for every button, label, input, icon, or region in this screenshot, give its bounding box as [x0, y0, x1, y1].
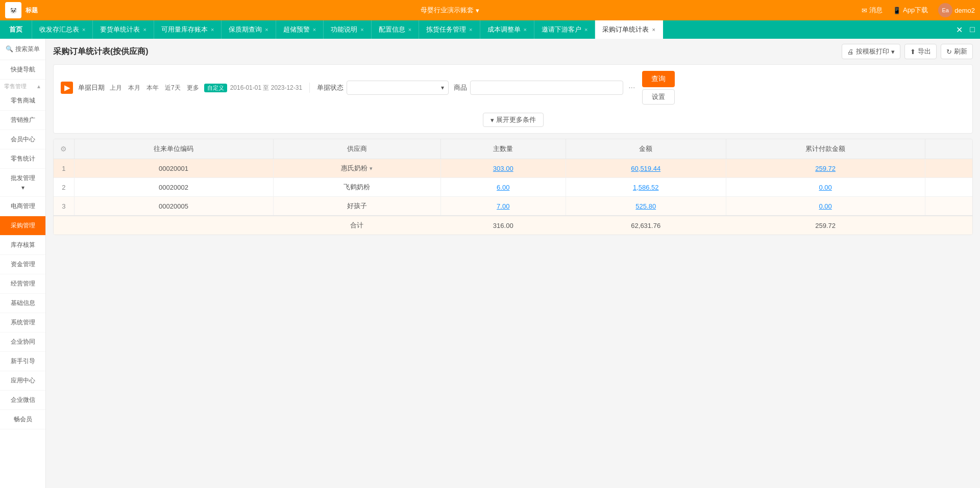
date-preset-this-month[interactable]: 本月 [126, 83, 142, 93]
sidebar-item-retail-stats[interactable]: 零售统计 [0, 149, 45, 169]
user-profile[interactable]: Ea demo2 [938, 3, 975, 17]
date-preset-links: 上月 本月 本年 近7天 更多 [108, 83, 201, 93]
message-action[interactable]: ✉ 消息 [862, 6, 883, 15]
date-preset-last-month[interactable]: 上月 [108, 83, 124, 93]
column-settings-icon[interactable]: ⚙ [60, 145, 67, 153]
close-icon[interactable]: × [408, 27, 411, 33]
filter-panel: ▶ 单据日期 上月 本月 本年 近7天 更多 自定义 2016-01-01 至 … [53, 64, 973, 134]
sidebar: 🔍 搜索菜单 快捷导航 零售管理 ▲ 零售商城 营销推广 会员中心 零售统计 批… [0, 39, 46, 488]
row-number: 1 [54, 159, 74, 178]
logo-area: 🐼 标题 [5, 2, 38, 18]
data-table-container: ⚙ 往来单位编码 供应商 主数量 金额 [53, 139, 973, 235]
table-row[interactable]: 1 00020001 惠氏奶粉 ▾ 303.00 60,519.44 259.7… [54, 159, 972, 178]
tab-chaochu[interactable]: 超储预警 × [276, 20, 324, 39]
goods-input[interactable] [470, 81, 623, 95]
sidebar-search-area: 🔍 搜索菜单 [0, 39, 45, 60]
filter-toggle-button[interactable]: ▶ [61, 82, 73, 94]
qty-column-header: 主数量 [440, 139, 566, 159]
close-icon[interactable]: × [211, 27, 214, 33]
tab-home[interactable]: 首页 [0, 20, 32, 39]
more-conditions-row: ▾ 展开更多条件 [61, 109, 965, 127]
search-menu-button[interactable]: 🔍 搜索菜单 [3, 43, 42, 56]
app-download-icon: 📱 [893, 7, 901, 14]
code-column-header: 往来单位编码 [74, 139, 273, 159]
row-paid: 0.00 [726, 178, 925, 197]
print-button[interactable]: 🖨 按模板打印 ▾ [842, 44, 900, 59]
footer-empty [54, 216, 74, 235]
account-dropdown[interactable]: 母婴行业演示账套 ▾ [421, 6, 479, 15]
tab-yaoqing[interactable]: 邀请下游客户 × [534, 20, 595, 39]
sidebar-item-finance[interactable]: 资金管理 [0, 255, 45, 274]
sidebar-item-management[interactable]: 经营管理 [0, 274, 45, 294]
expand-conditions-button[interactable]: ▾ 展开更多条件 [483, 113, 544, 127]
maximize-button[interactable]: □ [967, 23, 978, 36]
close-icon[interactable]: × [524, 27, 527, 33]
close-icon[interactable]: × [652, 27, 655, 33]
avatar: Ea [938, 3, 952, 17]
row-qty: 303.00 [440, 159, 566, 178]
date-preset-7days[interactable]: 近7天 [163, 83, 183, 93]
tab-keyongliang[interactable]: 可用量库存账本 × [154, 20, 222, 39]
table-row[interactable]: 3 00020005 好孩子 7.00 525.80 0.00 [54, 197, 972, 216]
sidebar-item-quick-nav[interactable]: 快捷导航 [0, 60, 45, 80]
app-download-action[interactable]: 📱 App下载 [893, 6, 928, 15]
query-button[interactable]: 查询 [642, 71, 675, 87]
sidebar-item-basic-info[interactable]: 基础信息 [0, 294, 45, 313]
refresh-icon: ↻ [946, 48, 952, 56]
more-options-icon[interactable]: ··· [626, 83, 637, 93]
tab-peizhi[interactable]: 配置信息 × [372, 20, 419, 39]
close-icon[interactable]: × [313, 27, 316, 33]
tab-shoufacun[interactable]: 收发存汇总表 × [32, 20, 93, 39]
table-header-row: ⚙ 往来单位编码 供应商 主数量 金额 [54, 139, 972, 159]
close-icon[interactable]: × [143, 27, 146, 33]
sidebar-item-app-center[interactable]: 应用中心 [0, 371, 45, 391]
row-code: 00020002 [74, 178, 273, 197]
logo-text: 标题 [26, 6, 38, 15]
status-select[interactable]: ▾ [347, 81, 449, 95]
close-icon[interactable]: × [265, 27, 268, 33]
sidebar-item-marketing[interactable]: 营销推广 [0, 111, 45, 130]
sidebar-item-enterprise[interactable]: 企业协同 [0, 332, 45, 352]
sidebar-item-wholesale[interactable]: 批发管理 ▾ [0, 169, 45, 197]
row-number: 2 [54, 178, 74, 197]
status-filter-label: 单据状态 [317, 83, 344, 92]
top-right-actions: ✉ 消息 📱 App下载 Ea demo2 [862, 3, 975, 17]
close-icon[interactable]: × [360, 27, 363, 33]
tab-gongneng[interactable]: 功能说明 × [324, 20, 371, 39]
date-preset-this-year[interactable]: 本年 [144, 83, 161, 93]
tab-jianhuo[interactable]: 拣货任务管理 × [419, 20, 480, 39]
close-icon[interactable]: × [82, 27, 85, 33]
sidebar-item-newbie[interactable]: 新手引导 [0, 352, 45, 371]
nav-tabs: 首页 收发存汇总表 × 要货单统计表 × 可用量库存账本 × 保质期查询 × 超… [0, 20, 980, 39]
settings-button[interactable]: 设置 [642, 89, 675, 105]
sidebar-item-ecommerce[interactable]: 电商管理 [0, 197, 45, 216]
refresh-button[interactable]: ↻ 刷新 [941, 44, 973, 59]
filter-date-block: 单据日期 上月 本月 本年 近7天 更多 自定义 2016-01-01 至 20… [78, 83, 302, 93]
tab-chengben[interactable]: 成本调整单 × [480, 20, 534, 39]
close-all-tabs-button[interactable]: ✕ [953, 23, 966, 37]
export-button[interactable]: ⬆ 导出 [904, 44, 937, 59]
tab-baozhi[interactable]: 保质期查询 × [222, 20, 276, 39]
custom-date-badge[interactable]: 自定义 [204, 84, 227, 92]
row-paid: 0.00 [726, 197, 925, 216]
row-extra [925, 197, 972, 216]
tab-yaohuo[interactable]: 要货单统计表 × [93, 20, 154, 39]
date-preset-more[interactable]: 更多 [185, 83, 201, 93]
sidebar-item-inventory[interactable]: 库存核算 [0, 236, 45, 255]
export-icon: ⬆ [910, 48, 916, 56]
tab-caigou-active[interactable]: 采购订单统计表 × [595, 20, 663, 39]
table-row[interactable]: 2 00020002 飞鹤奶粉 6.00 1,586.52 0.00 [54, 178, 972, 197]
sidebar-item-wechat[interactable]: 企业微信 [0, 391, 45, 410]
filter-status-block: 单据状态 ▾ [317, 81, 449, 95]
sidebar-item-member[interactable]: 会员中心 [0, 130, 45, 149]
close-icon[interactable]: × [584, 27, 587, 33]
footer-paid: 259.72 [726, 216, 925, 235]
data-table: ⚙ 往来单位编码 供应商 主数量 金额 [54, 139, 972, 235]
date-filter-label: 单据日期 [78, 83, 105, 92]
sidebar-item-purchase[interactable]: 采购管理 [0, 216, 45, 236]
sidebar-item-member-pro[interactable]: 畅会员 [0, 410, 45, 429]
close-icon[interactable]: × [469, 27, 472, 33]
sidebar-item-system[interactable]: 系统管理 [0, 313, 45, 332]
sidebar-item-retail-mall[interactable]: 零售商城 [0, 91, 45, 111]
footer-extra [925, 216, 972, 235]
